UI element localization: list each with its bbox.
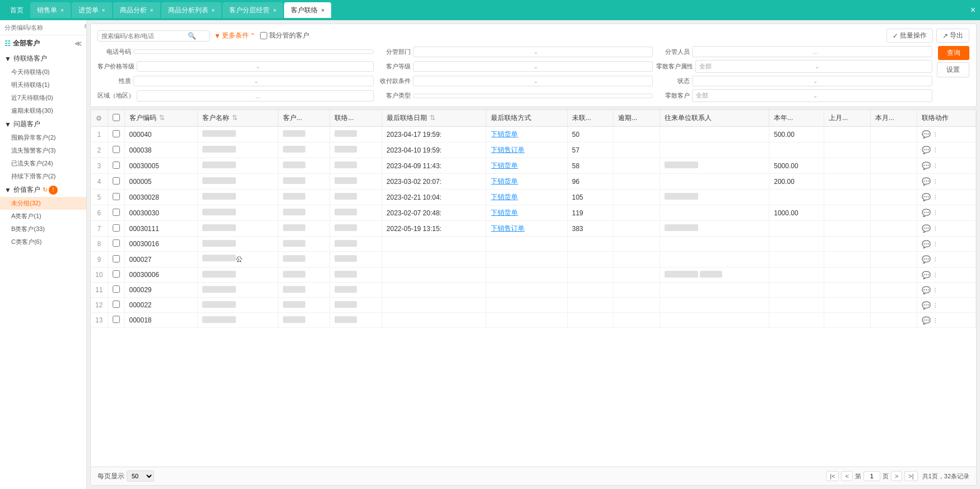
filter-customer-type-input[interactable] <box>413 94 653 98</box>
apps-icon[interactable]: ⁝ <box>934 255 936 264</box>
sidebar-item-churn-warning[interactable]: 流失预警客户(3) <box>0 144 86 157</box>
export-button[interactable]: ↗ 导出 <box>936 29 969 43</box>
apps-icon[interactable]: ⁝ <box>934 224 936 233</box>
filter-status-input[interactable]: ⌄ <box>692 76 932 86</box>
filter-search-input[interactable] <box>101 33 185 39</box>
apps-icon[interactable]: ⁝ <box>934 209 936 217</box>
message-icon[interactable]: 💬 <box>922 130 931 139</box>
batch-operation-button[interactable]: ✓ 批量操作 <box>886 29 933 43</box>
sidebar-item-declining[interactable]: 持续下滑客户(2) <box>0 170 86 183</box>
first-page-button[interactable]: |< <box>826 471 839 481</box>
row-checkbox[interactable] <box>108 221 124 237</box>
message-icon[interactable]: 💬 <box>922 177 931 186</box>
page-number-input[interactable] <box>863 471 880 481</box>
row-checkbox[interactable] <box>108 127 124 142</box>
sidebar-item-overdue[interactable]: 逾期未联络(30) <box>0 104 86 117</box>
all-customers-header[interactable]: ☷ 全部客户 ≪ <box>0 35 86 52</box>
filter-price-level-input[interactable]: ⌄ <box>137 61 374 72</box>
sidebar-item-ungroup[interactable]: 未分组(32) <box>0 197 86 210</box>
close-icon[interactable]: × <box>212 7 215 13</box>
query-button[interactable]: 查询 <box>938 46 969 60</box>
apps-icon[interactable]: ⁝ <box>934 162 936 170</box>
filter-phone-input[interactable] <box>133 49 374 54</box>
reset-button[interactable]: 设置 <box>937 62 969 77</box>
apps-icon[interactable]: ⁝ <box>934 130 936 139</box>
message-icon[interactable]: 💬 <box>922 271 931 279</box>
table-container[interactable]: ⚙ 客户编码 ⇅ 客户名称 ⇅ <box>91 110 976 467</box>
close-icon[interactable]: × <box>61 7 64 13</box>
message-icon[interactable]: 💬 <box>922 240 931 248</box>
sidebar-section-value[interactable]: ▼ 价值客户 ↻ ! <box>0 183 86 197</box>
sidebar-item-classC[interactable]: C类客户(6) <box>0 236 86 248</box>
row-checkbox[interactable] <box>108 174 124 190</box>
last-page-button[interactable]: >| <box>904 471 917 481</box>
sidebar-item-abnormal[interactable]: 囤购异常客户(2) <box>0 131 86 144</box>
apps-icon[interactable]: ⁝ <box>934 316 936 325</box>
contact-method-link[interactable]: 下销货单 <box>491 193 518 201</box>
nav-tab-analysis[interactable]: 商品分析 × <box>113 2 160 18</box>
sidebar-item-classA[interactable]: A类客户(1) <box>0 210 86 223</box>
message-icon[interactable]: 💬 <box>922 146 931 154</box>
contact-method-link[interactable]: 下销货单 <box>491 130 518 138</box>
sidebar-item-classB[interactable]: B类客户(33) <box>0 223 86 236</box>
row-checkbox[interactable] <box>108 237 124 252</box>
row-checkbox[interactable] <box>108 298 124 313</box>
gear-icon[interactable]: ⚙ <box>96 114 102 122</box>
filter-nature-input[interactable]: ⌄ <box>133 76 374 86</box>
message-icon[interactable]: 💬 <box>922 316 931 325</box>
sidebar-item-today[interactable]: 今天待联络(0) <box>0 66 86 79</box>
contact-method-link[interactable]: 下销售订单 <box>491 146 524 154</box>
contact-method-link[interactable]: 下销售订单 <box>491 224 524 232</box>
sort-icon[interactable]: ⇅ <box>232 114 238 122</box>
message-icon[interactable]: 💬 <box>922 209 931 217</box>
nav-tab-sales[interactable]: 销售单 × <box>30 2 71 18</box>
nav-tab-analysis-list[interactable]: 商品分析列表 × <box>161 2 222 18</box>
sidebar-item-churned[interactable]: 已流失客户(24) <box>0 157 86 170</box>
filter-payment-input[interactable]: ⌄ <box>413 76 653 86</box>
message-icon[interactable]: 💬 <box>922 255 931 264</box>
collapse-icon[interactable]: ≪ <box>75 40 82 48</box>
select-all-checkbox[interactable] <box>113 114 120 121</box>
close-icon[interactable]: × <box>150 7 154 13</box>
my-customers-checkbox[interactable] <box>260 32 267 39</box>
row-checkbox[interactable] <box>108 142 124 158</box>
sort-icon[interactable]: ⇅ <box>159 114 165 122</box>
apps-icon[interactable]: ⁝ <box>934 271 936 279</box>
sort-icon[interactable]: ⇅ <box>430 114 435 122</box>
apps-icon[interactable]: ⁝ <box>934 177 936 186</box>
row-checkbox[interactable] <box>108 313 124 328</box>
row-checkbox[interactable] <box>108 158 124 174</box>
sidebar-section-problem[interactable]: ▼ 问题客户 <box>0 117 86 131</box>
next-page-button[interactable]: > <box>891 471 902 481</box>
apps-icon[interactable]: ⁝ <box>934 240 936 248</box>
close-icon[interactable]: × <box>102 7 105 13</box>
apps-icon[interactable]: ⁝ <box>934 146 936 154</box>
row-checkbox[interactable] <box>108 267 124 283</box>
nav-tab-customer-contact[interactable]: 客户联络 × <box>284 2 331 18</box>
nav-home[interactable]: 首页 <box>4 6 29 15</box>
more-conditions-button[interactable]: ▼ 更多条件 ⌃ <box>214 31 256 40</box>
nav-tab-customer-mgmt[interactable]: 客户分层经营 × <box>222 2 283 18</box>
sidebar-item-7days[interactable]: 近7天待联络(0) <box>0 91 86 104</box>
apps-icon[interactable]: ⁝ <box>934 193 936 201</box>
window-close-button[interactable]: × <box>970 5 976 15</box>
apps-icon[interactable]: ⁝ <box>934 286 936 294</box>
contact-method-link[interactable]: 下销货单 <box>491 162 518 169</box>
sidebar-section-pending[interactable]: ▼ 待联络客户 <box>0 52 86 66</box>
message-icon[interactable]: 💬 <box>922 162 931 170</box>
apps-icon[interactable]: ⁝ <box>934 301 936 310</box>
row-checkbox[interactable] <box>108 283 124 298</box>
row-checkbox[interactable] <box>108 190 124 205</box>
row-checkbox[interactable] <box>108 252 124 267</box>
sidebar-search-input[interactable] <box>4 24 82 31</box>
message-icon[interactable]: 💬 <box>922 301 931 310</box>
message-icon[interactable]: 💬 <box>922 224 931 233</box>
filter-search-box[interactable]: 🔍 <box>97 30 210 41</box>
filter-region-input[interactable]: ... <box>137 90 374 102</box>
message-icon[interactable]: 💬 <box>922 286 931 294</box>
filter-customer-level-input[interactable]: ⌄ <box>413 61 653 72</box>
contact-method-link[interactable]: 下销货单 <box>491 209 518 216</box>
refresh-icon[interactable]: ↻ <box>43 186 48 193</box>
row-checkbox[interactable] <box>108 205 124 221</box>
filter-retail-customer-input[interactable]: 全部 ⌄ <box>692 89 932 102</box>
